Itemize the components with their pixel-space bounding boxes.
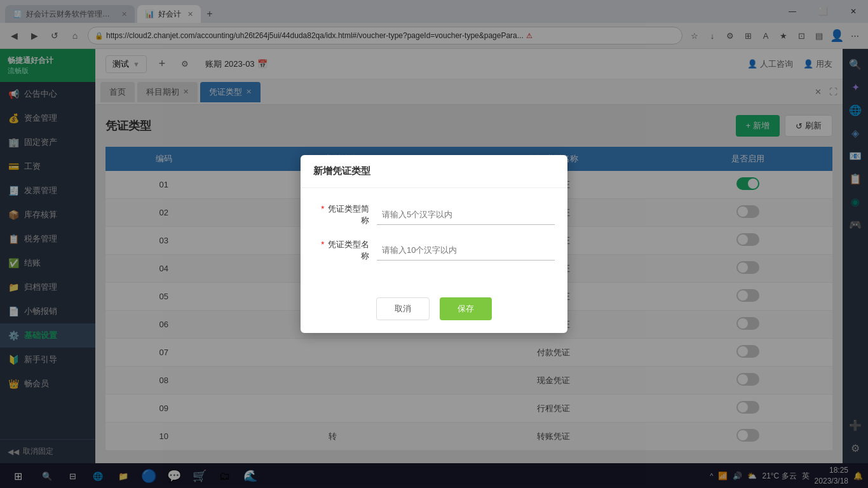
short-label: * 凭证类型简称 — [313, 203, 377, 226]
modal-header: 新增凭证类型 — [301, 155, 567, 188]
save-button[interactable]: 保存 — [440, 297, 492, 320]
cancel-button[interactable]: 取消 — [376, 297, 430, 320]
name-input[interactable] — [377, 240, 555, 261]
modal-body: * 凭证类型简称 * 凭证类型名称 — [301, 188, 567, 290]
modal-footer: 取消 保存 — [301, 290, 567, 333]
form-row-short: * 凭证类型简称 — [313, 203, 555, 226]
form-row-name: * 凭证类型名称 — [313, 239, 555, 262]
required-icon: * — [321, 204, 324, 214]
modal-title: 新增凭证类型 — [313, 165, 370, 177]
modal-overlay: 新增凭证类型 * 凭证类型简称 * 凭证类型名称 取消 保存 — [0, 0, 868, 488]
required-icon-2: * — [321, 240, 324, 249]
name-label: * 凭证类型名称 — [313, 239, 377, 262]
short-input[interactable] — [377, 205, 555, 225]
new-voucher-type-modal: 新增凭证类型 * 凭证类型简称 * 凭证类型名称 取消 保存 — [301, 155, 567, 333]
